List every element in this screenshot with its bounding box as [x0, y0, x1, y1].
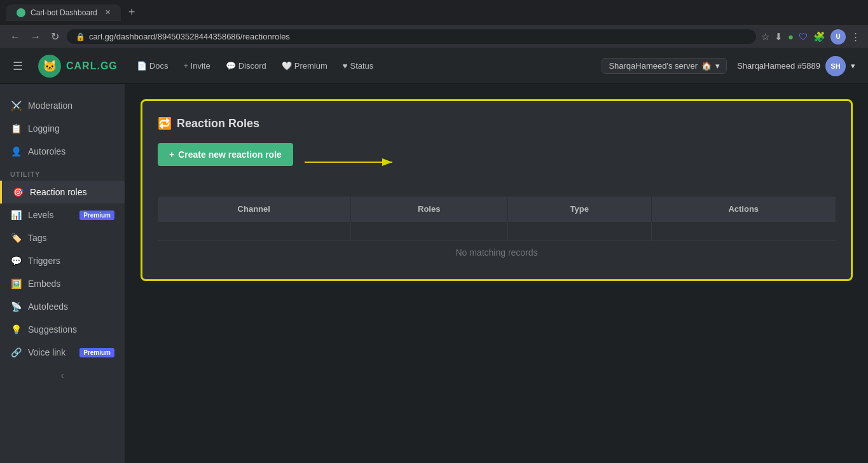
nav-premium[interactable]: 🤍 Premium	[275, 57, 334, 74]
browser-actions: ☆ ⬇ ● 🛡 🧩 U ⋮	[761, 29, 860, 45]
sidebar-item-label: Embeds	[28, 279, 60, 289]
back-button[interactable]: ←	[8, 31, 23, 43]
user-avatar: SH	[825, 56, 846, 76]
no-records-row: No matching records	[158, 241, 836, 265]
main-area: ⚔️ Moderation 📋 Logging 👤 Autoroles UTIL…	[0, 84, 868, 463]
table-cell	[651, 222, 836, 241]
url-text: carl.gg/dashboard/894503528444358686/rea…	[89, 32, 290, 41]
no-records-text: No matching records	[158, 241, 836, 265]
sidebar-item-autofeeds[interactable]: 📡 Autofeeds	[0, 295, 125, 318]
username: SharqaHameed #5889	[737, 61, 820, 71]
new-tab-button[interactable]: +	[126, 6, 138, 19]
sidebar-collapse-button[interactable]: ‹	[0, 364, 125, 387]
ext-icon-2[interactable]: ●	[788, 31, 794, 42]
sidebar-item-levels[interactable]: 📊 Levels Premium	[0, 204, 125, 226]
ext-icon-1[interactable]: ⬇	[775, 31, 783, 43]
tab-favicon	[17, 8, 25, 17]
table-header: Channel Roles Type Actions	[158, 197, 836, 222]
moderation-icon: ⚔️	[10, 100, 22, 111]
nav-status[interactable]: ♥ Status	[336, 57, 380, 74]
docs-label: Docs	[149, 61, 169, 71]
sidebar-item-label: Triggers	[28, 256, 60, 266]
sidebar-item-logging[interactable]: 📋 Logging	[0, 117, 125, 140]
sidebar-item-voice-link[interactable]: 🔗 Voice link Premium	[0, 341, 125, 364]
tags-icon: 🏷️	[10, 233, 22, 243]
autofeeds-icon: 📡	[10, 301, 22, 312]
sidebar-item-label: Moderation	[28, 100, 72, 111]
logging-icon: 📋	[10, 123, 22, 134]
sidebar-item-tags[interactable]: 🏷️ Tags	[0, 226, 125, 249]
premium-icon: 🤍	[282, 61, 292, 71]
col-type: Type	[507, 197, 651, 222]
sidebar-item-triggers[interactable]: 💬 Triggers	[0, 249, 125, 272]
sidebar-item-label: Autoroles	[28, 146, 65, 156]
panel-title-icon: 🔁	[158, 116, 172, 130]
browser-controls: ← → ↻ 🔒 carl.gg/dashboard/89450352844435…	[0, 25, 868, 48]
sidebar-item-label: Autofeeds	[28, 301, 68, 312]
invite-label: + Invite	[183, 61, 210, 71]
create-btn-icon: +	[169, 149, 174, 160]
sidebar-item-moderation[interactable]: ⚔️ Moderation	[0, 94, 125, 117]
status-label: Status	[350, 61, 374, 71]
create-reaction-role-button[interactable]: + Create new reaction role	[158, 143, 293, 166]
navbar: ☰ 🐱 CARL.GG 📄 Docs + Invite 💬 Discord 🤍 …	[0, 48, 868, 84]
panel-title-text: Reaction Roles	[177, 117, 259, 130]
user-chevron-icon: ▾	[851, 61, 855, 71]
nav-invite[interactable]: + Invite	[177, 57, 216, 74]
reaction-roles-icon: 🎯	[12, 187, 24, 197]
tab-close-btn[interactable]: ✕	[105, 8, 111, 17]
docs-icon: 📄	[137, 61, 147, 71]
col-channel: Channel	[158, 197, 350, 222]
arrow-annotation	[298, 153, 400, 172]
ext-icon-3[interactable]: 🛡	[799, 31, 808, 42]
panel-title: 🔁 Reaction Roles	[158, 116, 836, 130]
main-content: 🔁 Reaction Roles + Create new reaction r…	[125, 84, 868, 463]
voice-link-premium-badge: Premium	[79, 348, 114, 357]
sidebar-item-suggestions[interactable]: 💡 Suggestions	[0, 318, 125, 341]
browser-chrome: Carl-bot Dashboard ✕ +	[0, 0, 868, 25]
menu-icon[interactable]: ⋮	[851, 31, 860, 43]
browser-tab[interactable]: Carl-bot Dashboard ✕	[6, 4, 121, 21]
sidebar-item-label: Suggestions	[28, 324, 77, 335]
voice-link-icon: 🔗	[10, 347, 22, 357]
sidebar-item-reaction-roles[interactable]: 🎯 Reaction roles	[0, 181, 125, 204]
reload-button[interactable]: ↻	[48, 31, 62, 43]
sidebar-item-embeds[interactable]: 🖼️ Embeds	[0, 272, 125, 295]
col-roles: Roles	[350, 197, 507, 222]
forward-button[interactable]: →	[28, 31, 43, 43]
table-row	[158, 222, 836, 241]
premium-label: Premium	[294, 61, 327, 71]
discord-icon: 💬	[226, 61, 236, 71]
nav-docs[interactable]: 📄 Docs	[130, 57, 175, 74]
table-cell	[158, 222, 350, 241]
embeds-icon: 🖼️	[10, 279, 22, 289]
nav-links: 📄 Docs + Invite 💬 Discord 🤍 Premium ♥ St…	[130, 57, 380, 74]
app: ☰ 🐱 CARL.GG 📄 Docs + Invite 💬 Discord 🤍 …	[0, 48, 868, 463]
levels-icon: 📊	[10, 210, 22, 220]
server-selector[interactable]: SharqaHameed's server 🏠 ▾	[602, 58, 727, 74]
server-name: SharqaHameed's server	[609, 61, 698, 71]
sidebar-item-autoroles[interactable]: 👤 Autoroles	[0, 140, 125, 163]
user-info[interactable]: SharqaHameed #5889 SH ▾	[737, 56, 855, 76]
sidebar-item-label: Logging	[28, 123, 60, 134]
extensions-icon[interactable]: 🧩	[813, 31, 825, 43]
tab-title: Carl-bot Dashboard	[31, 8, 97, 17]
table-cell	[507, 222, 651, 241]
address-bar[interactable]: 🔒 carl.gg/dashboard/894503528444358686/r…	[67, 29, 756, 44]
hamburger-icon[interactable]: ☰	[13, 59, 23, 73]
logo-icon: 🐱	[38, 55, 61, 78]
sidebar-item-label: Tags	[28, 233, 47, 243]
nav-discord[interactable]: 💬 Discord	[219, 57, 273, 74]
suggestions-icon: 💡	[10, 324, 22, 335]
sidebar-item-label: Reaction roles	[30, 187, 87, 197]
discord-label: Discord	[238, 61, 266, 71]
create-button-row: + Create new reaction role	[158, 143, 836, 181]
reaction-roles-panel: 🔁 Reaction Roles + Create new reaction r…	[141, 99, 853, 281]
triggers-icon: 💬	[10, 256, 22, 266]
table-cell	[350, 222, 507, 241]
utility-section-label: UTILITY	[0, 163, 125, 181]
collapse-icon: ‹	[61, 370, 64, 380]
bookmark-icon[interactable]: ☆	[761, 31, 769, 43]
browser-profile-avatar[interactable]: U	[830, 29, 846, 45]
create-btn-label: Create new reaction role	[178, 149, 282, 160]
